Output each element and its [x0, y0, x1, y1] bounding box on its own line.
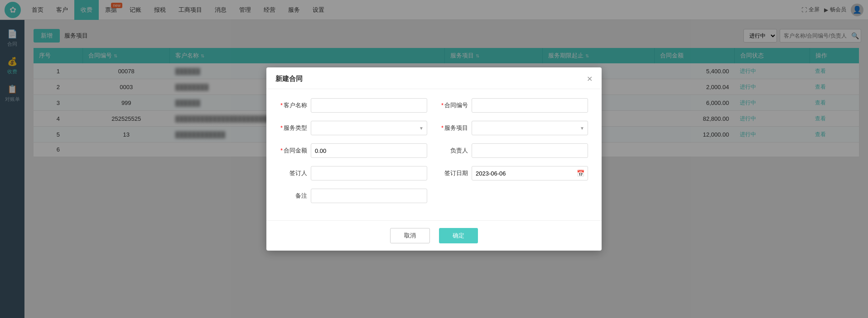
service-type-label: *服务类型: [280, 124, 307, 132]
confirm-button[interactable]: 确定: [439, 228, 478, 243]
field-responsible: 负责人: [441, 143, 588, 158]
contract-no-input[interactable]: [472, 98, 588, 113]
contract-no-label: *合同编号: [441, 101, 468, 109]
form-row-1: *客户名称 *合同编号: [280, 98, 588, 113]
required-star-5: *: [280, 147, 283, 154]
form-row-4: 签订人 签订日期 📅: [280, 166, 588, 180]
modal-overlay: 新建合同 ✕ *客户名称 *合同编号: [0, 0, 868, 318]
signer-label: 签订人: [280, 169, 307, 177]
field-contract-no: *合同编号: [441, 98, 588, 113]
service-item-label: *服务项目: [441, 124, 468, 132]
service-type-wrapper: ▼: [311, 121, 427, 135]
service-item-wrapper: ▼: [472, 121, 588, 135]
required-star-4: *: [441, 124, 444, 131]
responsible-label: 负责人: [441, 147, 468, 155]
remarks-label: 备注: [280, 192, 307, 200]
service-type-select[interactable]: [311, 121, 427, 135]
form-row-3: *合同金额 负责人: [280, 143, 588, 158]
required-star-2: *: [441, 102, 444, 109]
customer-name-input[interactable]: [311, 98, 427, 113]
modal-title: 新建合同: [275, 75, 303, 83]
sign-date-label: 签订日期: [441, 169, 468, 177]
form-row-2: *服务类型 ▼ *服务项目: [280, 121, 588, 135]
service-item-select[interactable]: [472, 121, 588, 135]
field-service-item: *服务项目 ▼: [441, 121, 588, 135]
required-star: *: [280, 102, 283, 109]
field-signer: 签订人: [280, 166, 427, 180]
remarks-input[interactable]: [311, 189, 427, 203]
contract-amount-label: *合同金额: [280, 147, 307, 155]
sign-date-wrapper: 📅: [472, 166, 588, 180]
remarks-spacer: [441, 189, 588, 203]
cancel-button[interactable]: 取消: [390, 228, 430, 243]
field-customer-name: *客户名称: [280, 98, 427, 113]
customer-name-label: *客户名称: [280, 101, 307, 109]
signer-input[interactable]: [311, 166, 427, 180]
field-remarks: 备注: [280, 189, 427, 203]
modal-footer: 取消 确定: [266, 220, 602, 251]
new-contract-modal: 新建合同 ✕ *客户名称 *合同编号: [266, 67, 602, 251]
modal-header: 新建合同 ✕: [266, 67, 602, 89]
sign-date-input[interactable]: [472, 166, 588, 180]
field-sign-date: 签订日期 📅: [441, 166, 588, 180]
required-star-3: *: [280, 124, 283, 131]
form-row-5: 备注: [280, 189, 588, 203]
responsible-input[interactable]: [472, 143, 588, 158]
modal-body: *客户名称 *合同编号 *服务类型: [266, 89, 602, 220]
field-contract-amount: *合同金额: [280, 143, 427, 158]
field-service-type: *服务类型 ▼: [280, 121, 427, 135]
modal-close-button[interactable]: ✕: [587, 75, 593, 83]
contract-amount-input[interactable]: [311, 143, 427, 158]
